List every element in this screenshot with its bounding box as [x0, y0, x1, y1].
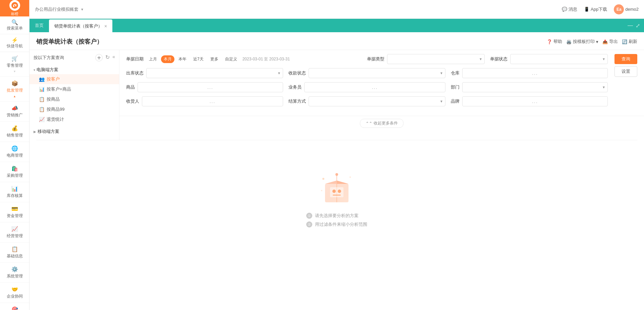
salesperson-select[interactable]: ...	[304, 82, 445, 92]
date-option-this-month[interactable]: 本月	[161, 55, 174, 63]
order-type-arrow: ▾	[480, 57, 482, 61]
user-profile[interactable]: Ea demo2	[614, 4, 639, 14]
sidebar-item-inventory[interactable]: 📊 库存核算	[0, 182, 29, 202]
message-button[interactable]: 💬 消息	[562, 6, 577, 12]
outbound-filter: 出库状态 ▾	[126, 68, 283, 78]
product-select[interactable]: ...	[138, 82, 283, 92]
svg-point-6	[332, 190, 336, 193]
sidebar-item-finance[interactable]: 💳 资金管理	[0, 202, 29, 222]
warehouse-select[interactable]: ...	[462, 68, 608, 78]
sidebar-item-sales[interactable]: 💰 销售管理	[0, 122, 29, 142]
receiver-filter: 收货人 ...	[126, 96, 283, 106]
header-right: 💬 消息 📱 App下载 Ea demo2	[562, 4, 639, 14]
scheme-item-product[interactable]: 📋 按商品	[30, 94, 119, 104]
tip-num-2: ②	[306, 221, 312, 227]
maximize-icon[interactable]: ⤢	[636, 22, 640, 29]
sales-icon: 💰	[11, 125, 18, 132]
receiver-select[interactable]: ...	[142, 96, 283, 106]
payment-select[interactable]: ▾	[309, 68, 445, 78]
sidebar-item-purchase[interactable]: 🛍️ 采购管理	[0, 162, 29, 182]
settlement-select[interactable]: ▾	[309, 96, 445, 106]
print-icon: 🖨️	[566, 39, 572, 44]
empty-tips: ① 请先选择要分析的方案 ② 用过滤条件来缩小分析范围	[306, 213, 367, 227]
operation-icon: 📈	[11, 226, 18, 232]
settings-button[interactable]: 设置	[614, 66, 637, 77]
header-title: 办公用品行业模拟账套	[35, 6, 78, 12]
product99-icon: 📋	[39, 107, 45, 112]
retail-label: 零售管理	[7, 63, 23, 68]
sidebar-search[interactable]: 🔍 搜索菜单	[0, 16, 29, 34]
svg-point-0	[11, 2, 18, 9]
download-icon: 📱	[584, 7, 589, 12]
sidebar-item-system[interactable]: ⚙️ 系统管理	[0, 263, 29, 283]
scheme-panel-header: 按以下方案查询 + ↻ «	[30, 54, 119, 64]
scheme-item-return[interactable]: 📈 退货统计	[30, 114, 119, 124]
finance-icon: 💳	[11, 206, 18, 212]
brand-filter: 品牌 ...	[451, 96, 608, 106]
settlement-label: 结算方式	[288, 98, 306, 104]
settlement-arrow: ▾	[440, 99, 442, 104]
sidebar-quick-nav[interactable]: ⚡ 快捷导航	[0, 34, 29, 52]
tab-active[interactable]: 销货单统计表（按客户） ×	[49, 19, 112, 33]
outbound-select[interactable]: ▾	[146, 68, 283, 78]
date-option-7days[interactable]: 近7天	[191, 55, 206, 63]
date-option-custom[interactable]: 自定义	[222, 55, 240, 63]
sidebar-item-retail[interactable]: 🛒 零售管理 ▾	[0, 52, 29, 77]
tab-home[interactable]: 首页	[30, 19, 49, 32]
search-button[interactable]: 查询	[614, 54, 637, 64]
tab-close-button[interactable]: ×	[104, 23, 107, 29]
date-option-last-month[interactable]: 上月	[146, 55, 160, 63]
scheme-item-customer[interactable]: 👥 按客户	[30, 74, 119, 84]
svg-rect-5	[330, 187, 343, 197]
export-button[interactable]: 📤 导出	[602, 39, 618, 45]
scheme-add-icon[interactable]: +	[95, 54, 103, 61]
svg-point-7	[338, 190, 341, 193]
top-header: 办公用品行业模拟账套 ▾ 💬 消息 📱 App下载 Ea demo2	[30, 0, 644, 19]
sidebar-item-enterprise[interactable]: 🤝 企业协同	[0, 283, 29, 303]
settlement-filter: 结算方式 ▾	[288, 96, 445, 106]
print-button[interactable]: 🖨️ 按模板打印 ▾	[566, 39, 598, 45]
customer-product-label: 按客户+商品	[47, 86, 71, 92]
inventory-icon: 📊	[11, 186, 18, 192]
order-status-select[interactable]: ▾	[510, 54, 608, 64]
main-area: 办公用品行业模拟账套 ▾ 💬 消息 📱 App下载 Ea demo2 首页	[30, 0, 644, 310]
brand-label: 品牌	[451, 98, 460, 104]
date-option-more[interactable]: 更多	[208, 55, 221, 63]
collapse-button[interactable]: ⌃⌃ 收起更多条件	[360, 119, 404, 128]
sidebar-item-marketing[interactable]: 📣 营销推广	[0, 102, 29, 122]
date-option-this-year[interactable]: 本年	[176, 55, 189, 63]
filter-fields: 单据日期 上月 本月 本年 近7天 更多 自定义 2023-03-01 至 20…	[119, 50, 614, 114]
scheme-item-product99[interactable]: 📋 按商品99	[30, 104, 119, 114]
scheme-collapse-icon[interactable]: «	[112, 54, 115, 61]
tab-bar: 首页 销货单统计表（按客户） × — ⤢	[30, 19, 644, 32]
sidebar-item-operation[interactable]: 📈 经营管理	[0, 222, 29, 243]
wholesale-icon: 📦	[11, 80, 18, 87]
svg-point-1	[13, 6, 14, 7]
minimize-icon[interactable]: —	[628, 22, 633, 29]
app-download-button[interactable]: 📱 App下载	[584, 6, 607, 12]
refresh-button[interactable]: 🔄 刷新	[622, 39, 637, 45]
mobile-section-header[interactable]: ▶ 移动端方案	[30, 127, 119, 136]
sidebar-item-wholesale[interactable]: 📦 批发管理 ▴	[0, 77, 29, 102]
marketing-label: 营销推广	[7, 112, 23, 118]
header-dropdown-arrow[interactable]: ▾	[81, 7, 83, 12]
desktop-section-header[interactable]: ▾ 电脑端方案	[30, 65, 119, 74]
scheme-item-customer-product[interactable]: 📊 按客户+商品	[30, 84, 119, 94]
brand-select[interactable]: ...	[462, 96, 608, 106]
sidebar-item-newbie[interactable]: 🎯 新手引导	[0, 303, 29, 310]
print-label: 按模板打印	[573, 39, 595, 45]
filter-row-3: 商品 ... 业务员 ...	[126, 82, 608, 92]
svg-point-2	[15, 5, 16, 6]
help-button[interactable]: ❓ 帮助	[547, 39, 562, 45]
sidebar-item-basic[interactable]: 📋 基础信息	[0, 243, 29, 263]
department-select[interactable]: ▾	[462, 82, 608, 92]
collapse-bar: ⌃⌃ 收起更多条件	[119, 116, 644, 131]
scheme-refresh-icon[interactable]: ↻	[105, 54, 110, 61]
order-type-select[interactable]: ▾	[387, 54, 485, 64]
svg-rect-8	[333, 195, 341, 196]
desktop-section-label: 电脑端方案	[37, 67, 58, 73]
print-arrow: ▾	[596, 39, 598, 44]
marketing-icon: 📣	[11, 105, 18, 111]
sidebar-item-ecommerce[interactable]: 🌐 电商管理	[0, 142, 29, 162]
department-label: 部门	[451, 84, 460, 90]
